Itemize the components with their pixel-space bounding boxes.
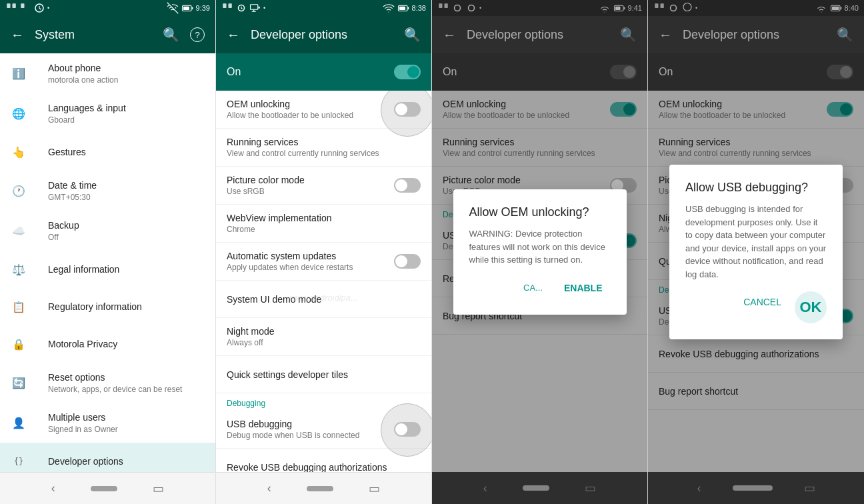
oem-dialog-cancel[interactable]: Ca... xyxy=(515,277,551,299)
usb-dialog-cancel[interactable]: Cancel xyxy=(735,291,789,323)
search-icon-2[interactable]: 🔍 xyxy=(404,27,421,43)
nav-back-1[interactable]: ‹ xyxy=(51,481,55,495)
about-phone-title: About phone xyxy=(48,61,205,75)
oem-dialog-enable[interactable]: Enable xyxy=(556,277,611,299)
developer-options-panel-1: • 8:38 ← Developer options 🔍 On xyxy=(216,0,432,504)
settings-item-legal[interactable]: ⚖️ Legal information xyxy=(0,251,215,288)
datetime-subtitle: GMT+05:30 xyxy=(48,192,205,203)
backup-icon: ☁️ xyxy=(11,223,27,239)
running-subtitle-2: View and control currently running servi… xyxy=(227,149,421,158)
datetime-title: Date & time xyxy=(48,179,205,192)
autoupdates-toggle-thumb-2 xyxy=(395,255,407,267)
usb-subtitle-2: Debug mode when USB is connected xyxy=(227,431,394,440)
settings-item-about-phone[interactable]: ℹ️ About phone motorola one action xyxy=(0,53,215,93)
reset-icon: 🔄 xyxy=(11,375,27,391)
nav-bar-1: ‹ ▭ xyxy=(0,472,215,504)
usb-dialog: Allow USB debugging? USB debugging is in… xyxy=(669,165,843,339)
dev-item-running-2[interactable]: Running services View and control curren… xyxy=(216,129,431,167)
settings-item-datetime[interactable]: 🕐 Date & time GMT+05:30 xyxy=(0,171,215,211)
svg-rect-2 xyxy=(21,3,24,8)
dev-item-usb-2[interactable]: USB debugging Debug mode when USB is con… xyxy=(216,411,431,449)
oem-toggle-2[interactable] xyxy=(394,102,421,117)
status-bar-left-1: • xyxy=(5,2,49,14)
oem-dialog-content: WARNING: Device protection features will… xyxy=(469,227,611,267)
status-bar-2: • 8:38 xyxy=(216,0,431,16)
usb-title-2: USB debugging xyxy=(227,419,394,429)
oem-dialog-actions: Ca... Enable xyxy=(469,277,611,299)
svg-rect-11 xyxy=(399,7,405,10)
languages-icon: 🌐 xyxy=(11,105,27,121)
autoupdates-toggle-2[interactable] xyxy=(394,254,421,269)
developer-options-panel-3: • 8:40 ← Developer options 🔍 On xyxy=(648,0,864,504)
dev-item-oem-2[interactable]: OEM unlocking Allow the bootloader to be… xyxy=(216,91,431,129)
oem-title-2: OEM unlocking xyxy=(227,99,394,109)
back-icon-1[interactable]: ← xyxy=(11,27,24,43)
nav-recents-1[interactable]: ▭ xyxy=(153,481,164,496)
settings-item-users[interactable]: 👤 Multiple users Signed in as Owner xyxy=(0,403,215,443)
dev-item-colormode-2[interactable]: Picture color mode Use sRGB xyxy=(216,167,431,205)
dev-item-autoupdates-2[interactable]: Automatic system updates Apply updates w… xyxy=(216,243,431,281)
oem-dialog-overlay: Allow OEM unlocking? WARNING: Device pro… xyxy=(432,0,647,504)
oem-toggle-thumb-2 xyxy=(395,103,407,115)
app-bar-2: ← Developer options 🔍 xyxy=(216,16,431,53)
settings-list-1: ℹ️ About phone motorola one action 🌐 Lan… xyxy=(0,53,215,472)
colormode-toggle-thumb-2 xyxy=(395,179,407,191)
legal-title: Legal information xyxy=(48,263,205,276)
usb-toggle-2[interactable] xyxy=(394,422,421,437)
colormode-toggle-2[interactable] xyxy=(394,178,421,193)
autoupdates-title-2: Automatic system updates xyxy=(227,251,394,261)
nav-home-1[interactable] xyxy=(91,486,117,491)
about-phone-subtitle: motorola one action xyxy=(48,75,205,85)
status-time-2: 8:38 xyxy=(412,4,426,12)
demo-title-2: System UI demo mode xyxy=(227,294,421,305)
help-icon-1[interactable]: ? xyxy=(190,27,205,42)
usb-toggle-thumb-2 xyxy=(395,423,407,435)
privacy-icon: 🔒 xyxy=(11,336,27,352)
qstiles-title-2: Quick settings developer tiles xyxy=(227,369,421,380)
usb-dialog-ok[interactable]: OK xyxy=(795,291,827,323)
legal-icon: ⚖️ xyxy=(11,261,27,277)
status-bar-right-1: 9:39 xyxy=(167,2,210,14)
nav-bar-2: ‹ ▭ xyxy=(216,472,431,504)
nav-back-2[interactable]: ‹ xyxy=(267,481,271,495)
developer-toggle-2[interactable] xyxy=(394,65,421,79)
developer-on-row-2[interactable]: On xyxy=(216,53,431,91)
users-subtitle: Signed in as Owner xyxy=(48,424,205,435)
usb-dialog-content: USB debugging is intended for developmen… xyxy=(685,203,827,281)
settings-item-regulatory[interactable]: 📋 Regulatory information xyxy=(0,288,215,325)
settings-item-privacy[interactable]: 🔒 Motorola Privacy xyxy=(0,325,215,363)
dev-item-nightmode-2[interactable]: Night mode Always off xyxy=(216,318,431,356)
nav-recents-2[interactable]: ▭ xyxy=(369,481,380,496)
revoke-title-2: Revoke USB debugging authorizations xyxy=(227,462,421,473)
autoupdates-subtitle-2: Apply updates when device restarts xyxy=(227,263,394,272)
languages-title: Languages & input xyxy=(48,101,205,115)
status-bar-right-2: 8:38 xyxy=(383,2,426,14)
settings-item-languages[interactable]: 🌐 Languages & input Gboard xyxy=(0,93,215,133)
search-icon-1[interactable]: 🔍 xyxy=(163,27,179,43)
status-bar-left-2: • xyxy=(221,2,265,14)
users-title: Multiple users xyxy=(48,411,205,424)
privacy-title: Motorola Privacy xyxy=(48,337,205,351)
svg-rect-5 xyxy=(183,7,189,10)
svg-rect-7 xyxy=(229,3,232,8)
backup-title: Backup xyxy=(48,219,205,232)
colormode-subtitle-2: Use sRGB xyxy=(227,187,394,196)
nav-home-2[interactable] xyxy=(307,486,333,491)
running-title-2: Running services xyxy=(227,137,421,147)
webview-title-2: WebView implementation xyxy=(227,213,421,223)
settings-item-backup[interactable]: ☁️ Backup Off xyxy=(0,211,215,251)
back-icon-2[interactable]: ← xyxy=(227,27,240,43)
dev-item-qstiles-2[interactable]: Quick settings developer tiles xyxy=(216,356,431,393)
developer-title: Developer options xyxy=(48,455,205,468)
users-icon: 👤 xyxy=(11,415,27,431)
nightmode-title-2: Night mode xyxy=(227,326,421,337)
developer-on-title-2: On xyxy=(227,66,241,78)
settings-item-reset[interactable]: 🔄 Reset options Network, apps, or device… xyxy=(0,363,215,403)
settings-item-gestures[interactable]: 👆 Gestures xyxy=(0,133,215,171)
settings-item-developer[interactable]: {} Developer options xyxy=(0,443,215,472)
developer-options-panel-2: • 9:41 ← Developer options 🔍 On xyxy=(432,0,648,504)
dev-item-demo-2[interactable]: System UI demo mode xyxy=(216,281,431,318)
dev-item-webview-2[interactable]: WebView implementation Chrome xyxy=(216,205,431,243)
dev-item-revoke-2[interactable]: Revoke USB debugging authorizations xyxy=(216,449,431,472)
regulatory-title: Regulatory information xyxy=(48,300,205,313)
